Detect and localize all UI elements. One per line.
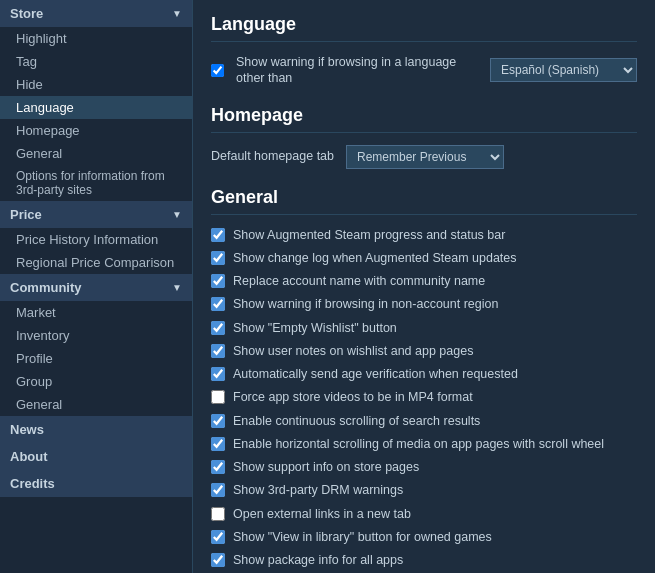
sidebar-section-price[interactable]: Price ▼ [0,201,192,228]
general-row-7: Force app store videos to be in MP4 form… [211,389,637,405]
checkbox-change-log[interactable] [211,251,225,265]
label-augmented-progress: Show Augmented Steam progress and status… [233,227,505,243]
sidebar-item-general-community[interactable]: General [0,393,192,416]
sidebar-item-price-history[interactable]: Price History Information [0,228,192,251]
sidebar: Store ▼ Highlight Tag Hide Language Home… [0,0,193,573]
language-setting-row: Show warning if browsing in a language o… [211,54,637,87]
checkbox-continuous-scroll[interactable] [211,414,225,428]
sidebar-item-market[interactable]: Market [0,301,192,324]
label-user-notes: Show user notes on wishlist and app page… [233,343,473,359]
checkbox-age-verification[interactable] [211,367,225,381]
sidebar-section-news-label: News [10,422,44,437]
sidebar-item-language[interactable]: Language [0,96,192,119]
sidebar-section-community-label: Community [10,280,82,295]
checkbox-package-info[interactable] [211,553,225,567]
sidebar-item-hide[interactable]: Hide [0,73,192,96]
sidebar-item-highlight[interactable]: Highlight [0,27,192,50]
sidebar-item-regional-price[interactable]: Regional Price Comparison [0,251,192,274]
checkbox-account-name[interactable] [211,274,225,288]
general-section: General Show Augmented Steam progress an… [211,187,637,574]
language-warning-checkbox[interactable] [211,64,224,77]
main-content: Language Show warning if browsing in a l… [193,0,655,573]
general-row-9: Enable horizontal scrolling of media on … [211,436,637,452]
homepage-section: Homepage Default homepage tab Remember P… [211,105,637,169]
checkbox-external-links[interactable] [211,507,225,521]
sidebar-item-inventory[interactable]: Inventory [0,324,192,347]
language-section: Language Show warning if browsing in a l… [211,14,637,87]
homepage-title: Homepage [211,105,637,133]
sidebar-section-credits[interactable]: Credits [0,470,192,497]
language-select[interactable]: Español (Spanish) English French German [490,58,637,82]
homepage-tab-select[interactable]: Remember Previous Featured New Releases … [346,145,504,169]
checkbox-user-notes[interactable] [211,344,225,358]
store-arrow-icon: ▼ [172,8,182,19]
homepage-tab-label: Default homepage tab [211,148,334,164]
sidebar-section-credits-label: Credits [10,476,55,491]
checkbox-support-info[interactable] [211,460,225,474]
homepage-setting-row: Default homepage tab Remember Previous F… [211,145,637,169]
sidebar-section-price-label: Price [10,207,42,222]
general-row-10: Show support info on store pages [211,459,637,475]
sidebar-section-community[interactable]: Community ▼ [0,274,192,301]
general-title: General [211,187,637,215]
general-row-11: Show 3rd-party DRM warnings [211,482,637,498]
general-row-1: Show change log when Augmented Steam upd… [211,250,637,266]
label-support-info: Show support info on store pages [233,459,419,475]
label-browsing-warning: Show warning if browsing in non-account … [233,296,498,312]
label-continuous-scroll: Enable continuous scrolling of search re… [233,413,480,429]
label-horizontal-scroll: Enable horizontal scrolling of media on … [233,436,604,452]
sidebar-item-homepage[interactable]: Homepage [0,119,192,142]
label-change-log: Show change log when Augmented Steam upd… [233,250,517,266]
general-row-2: Replace account name with community name [211,273,637,289]
sidebar-section-news[interactable]: News [0,416,192,443]
sidebar-item-profile[interactable]: Profile [0,347,192,370]
general-row-8: Enable continuous scrolling of search re… [211,413,637,429]
sidebar-item-group[interactable]: Group [0,370,192,393]
general-row-0: Show Augmented Steam progress and status… [211,227,637,243]
checkbox-mp4-format[interactable] [211,390,225,404]
general-row-3: Show warning if browsing in non-account … [211,296,637,312]
label-view-in-library: Show "View in library" button for owned … [233,529,492,545]
label-age-verification: Automatically send age verification when… [233,366,518,382]
price-arrow-icon: ▼ [172,209,182,220]
general-row-5: Show user notes on wishlist and app page… [211,343,637,359]
language-title: Language [211,14,637,42]
label-empty-wishlist: Show "Empty Wishlist" button [233,320,397,336]
sidebar-item-tag[interactable]: Tag [0,50,192,73]
general-row-4: Show "Empty Wishlist" button [211,320,637,336]
general-row-12: Open external links in a new tab [211,506,637,522]
checkbox-browsing-warning[interactable] [211,297,225,311]
checkbox-horizontal-scroll[interactable] [211,437,225,451]
checkbox-augmented-progress[interactable] [211,228,225,242]
general-row-6: Automatically send age verification when… [211,366,637,382]
community-arrow-icon: ▼ [172,282,182,293]
checkbox-view-in-library[interactable] [211,530,225,544]
label-package-info: Show package info for all apps [233,552,403,568]
label-external-links: Open external links in a new tab [233,506,411,522]
label-drm-warnings: Show 3rd-party DRM warnings [233,482,403,498]
language-warning-label: Show warning if browsing in a language o… [236,54,478,87]
label-account-name: Replace account name with community name [233,273,485,289]
sidebar-item-options-3rdparty[interactable]: Options for information from 3rd-party s… [0,165,192,201]
label-mp4-format: Force app store videos to be in MP4 form… [233,389,473,405]
general-row-13: Show "View in library" button for owned … [211,529,637,545]
checkbox-drm-warnings[interactable] [211,483,225,497]
sidebar-item-general-store[interactable]: General [0,142,192,165]
sidebar-section-store-label: Store [10,6,43,21]
checkbox-empty-wishlist[interactable] [211,321,225,335]
general-row-14: Show package info for all apps [211,552,637,568]
sidebar-section-about-label: About [10,449,48,464]
sidebar-section-about[interactable]: About [0,443,192,470]
sidebar-section-store[interactable]: Store ▼ [0,0,192,27]
